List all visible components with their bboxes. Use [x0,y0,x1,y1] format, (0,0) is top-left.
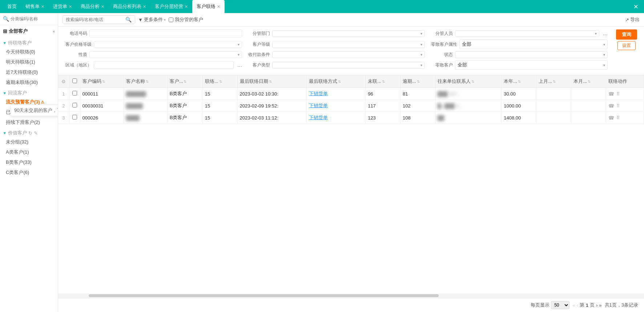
tab-label: 客户联络 [197,3,216,10]
my-customers-checkbox[interactable] [169,17,173,22]
sidebar-item-2-2[interactable]: B类客户(33) [0,157,58,167]
col-header-lastMonth: 上月...⇅ [536,75,571,88]
nav-tab-进货单[interactable]: 进货单✕ [49,0,76,13]
export-button[interactable]: ↗ 导出 [625,16,640,23]
contact-icon[interactable]: ☎ [608,103,614,109]
filter-search-input[interactable] [66,17,124,22]
contact-icon[interactable]: ☎ [608,115,614,121]
horizontal-scrollbar[interactable] [58,293,644,298]
sort-icon: ⇅ [146,80,149,84]
filter-cell-3-1: 客户类型▾ [245,62,428,69]
sidebar-item-0-1[interactable]: 明天待联络(1) [0,57,58,67]
more-conditions-button[interactable]: ▼ 更多条件 ▾ [138,16,166,23]
query-button[interactable]: 查询 [616,29,637,40]
export-icon: ↗ [625,17,629,23]
sidebar-section-label-2[interactable]: ▼价值客户↻✎ [0,127,58,137]
settings-button[interactable]: 设置 [617,41,636,50]
nav-tab-销售单[interactable]: 销售单✕ [21,0,49,13]
filter-select-field[interactable]: ▾ [272,41,425,48]
sidebar-item-0-0[interactable]: 今天待联络(0) [0,47,58,57]
sort-icon: ⇅ [184,80,186,84]
more-actions-icon[interactable]: ⠿ [616,115,620,121]
row-checkbox[interactable] [72,91,77,96]
sidebar-item-0-3[interactable]: 逾期未联络(30) [0,77,58,88]
chevron-icon: ▾ [595,32,597,36]
all-customers-header[interactable]: ⊞ 全部客户 « [0,25,58,37]
filter-dots-button[interactable]: ... [603,30,608,37]
filter-select-field[interactable]: ▾ [455,30,599,37]
settings-icon[interactable]: ⚙ [61,79,66,84]
table-row: 3000026████B类客户152023-02-03 11:12:下销货单12… [58,112,644,124]
cell-type: B类客户 [167,100,202,112]
filter-select-field[interactable]: ▾ [272,30,425,37]
nav-tab-客户联络[interactable]: 客户联络✕ [192,0,225,13]
contact-method-link[interactable]: 下销货单 [309,115,328,120]
contact-method-link[interactable]: 下销货单 [309,91,328,96]
contact-method-link[interactable]: 下销货单 [309,103,328,108]
col-header-contactPerson: 往来单位联系人⇅ [435,75,501,88]
cell-lastContactDate: 2023-02-09 19:52: [237,100,307,112]
filter-select-field[interactable]: 全部▾ [459,40,608,49]
first-page-button[interactable]: « [572,303,575,308]
col-header-settings[interactable]: ⚙ [58,75,69,88]
tab-close-icon[interactable]: ✕ [101,4,104,9]
tab-close-icon[interactable]: ✕ [185,4,188,9]
collapse-icon[interactable]: « [53,29,55,33]
sidebar-section-label-1[interactable]: ▼回流客户 [0,88,58,97]
filter-select-field[interactable]: ▾ [89,51,242,58]
sidebar-item-2-1[interactable]: A类客户(1) [0,147,58,157]
tab-close-icon[interactable]: ✕ [143,4,146,9]
nav-tab-客户分层经营[interactable]: 客户分层经营✕ [150,0,192,13]
row-checkbox[interactable] [72,103,77,108]
table-row: 200030031█████B类客户152023-02-09 19:52:下销货… [58,100,644,112]
col-header-action[interactable]: 联络动作 [606,75,644,88]
tab-close-icon[interactable]: ✕ [217,4,220,9]
filter-select-field[interactable]: ▾ [94,41,242,48]
contact-icon[interactable]: ☎ [608,91,614,97]
sidebar-search-input[interactable] [11,16,55,21]
last-page-button[interactable]: » [599,303,601,308]
main-layout: 🔍 ⊞ 全部客户 « ▼待联络客户今天待联络(0)明天待联络(1)近7天待联络(… [0,13,644,312]
filter-select-value: 全部 [462,41,471,48]
sidebar-item-label: 未分组(32) [6,139,28,145]
tab-close-icon[interactable]: ✕ [41,4,44,9]
filter-select-field[interactable]: ▾ [272,62,425,69]
window-close-button[interactable]: ✕ [631,3,641,10]
filter-search-button[interactable]: 🔍 [125,17,132,23]
next-page-button[interactable]: › [596,303,597,308]
cell-thisMonth [571,100,606,112]
sidebar-item-2-3[interactable]: C类客户(6) [0,167,58,178]
col-label: 上月... [539,78,552,84]
filter-select-field[interactable]: ▾ [455,51,608,58]
filter-dots-button[interactable]: ... [237,62,242,68]
edit-icon[interactable]: ✎ [34,130,38,136]
chevron-icon: ▾ [603,42,605,46]
cell-name: ██████ [124,88,167,100]
sidebar-item-2-0[interactable]: 未分组(32) [0,137,58,147]
nav-tab-首页[interactable]: 首页 [3,0,21,13]
prev-page-button[interactable]: ‹ [576,303,578,308]
row-checkbox[interactable] [72,115,77,119]
filter-input-field[interactable] [94,61,234,69]
more-actions-icon[interactable]: ⠿ [616,91,620,97]
refresh-icon[interactable]: ↻ [28,130,32,136]
filter-select-field[interactable]: ▾ [272,51,425,58]
scrollbar-thumb[interactable] [89,294,438,297]
select-all-checkbox[interactable] [72,78,77,83]
sidebar-item-0-2[interactable]: 近7天待联络(0) [0,67,58,77]
nav-tab-商品分析列表[interactable]: 商品分析列表✕ [109,0,150,13]
sidebar-item-label: C类客户(6) [6,169,29,176]
cell-lastContactMethod: 下销货单 [307,88,366,100]
tab-close-icon[interactable]: ✕ [69,4,72,9]
nav-tab-商品分析[interactable]: 商品分析✕ [76,0,109,13]
filter-input-field[interactable] [89,29,242,37]
section-label: 回流客户 [8,90,27,96]
cell-lastMonth [536,88,571,100]
sidebar-search-container: 🔍 [0,13,58,25]
sidebar-item-1-2[interactable]: 持续下滑客户(2) [0,117,58,127]
sidebar-section-label-0[interactable]: ▼待联络客户 [0,37,58,47]
content-area: 🔍 ▼ 更多条件 ▾ 我分管的客户 ↗ 导出 [58,13,644,312]
more-actions-icon[interactable]: ⠿ [616,103,620,109]
per-page-select[interactable]: 50 100 200 [551,301,569,309]
filter-select-field[interactable]: 全部▾ [455,60,608,70]
